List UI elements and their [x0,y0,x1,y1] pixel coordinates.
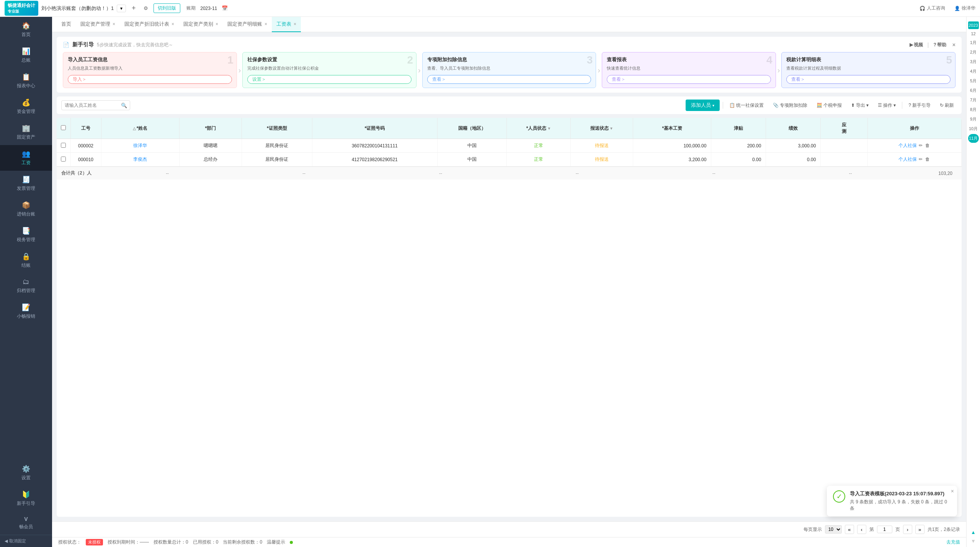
sidebar-item-funds[interactable]: 💰 资金管理 [0,94,52,119]
row1-edit-icon[interactable]: ✏ [919,143,923,148]
sidebar-item-sales[interactable]: 📦 进销台账 [0,196,52,222]
month-5-btn[interactable]: 5月 [968,77,979,85]
switch-version-btn[interactable]: 切到旧版 [154,3,180,13]
row1-checkbox[interactable] [61,143,66,148]
month-4-btn[interactable]: 4月 [968,67,979,76]
month-9-btn[interactable]: 9月 [968,115,979,124]
month-11-btn[interactable]: 11月 [968,134,979,143]
step4-btn[interactable]: 查看＞ [607,75,771,84]
tax-report-btn[interactable]: 🧮 个税申报 [813,101,845,110]
page-input[interactable] [877,526,892,533]
user-info[interactable]: 👤 徐泽华 [954,5,975,11]
tab-payroll[interactable]: 工资表 × [272,17,301,32]
calendar-icon[interactable]: 📅 [222,5,228,11]
tab-home[interactable]: 首页 [57,17,76,32]
sidebar-item-tax[interactable]: 📑 税务管理 [0,222,52,248]
step2-btn[interactable]: 设置＞ [247,75,412,84]
step5-btn[interactable]: 查看＞ [786,75,951,84]
sidebar-item-settings[interactable]: ⚙️ 设置 [0,460,52,486]
row2-name-link[interactable]: 李俊杰 [133,157,147,162]
tab-asset-detail[interactable]: 固定资产明细账 × [223,17,272,32]
sidebar-item-guide[interactable]: 🔰 新手引导 [0,486,52,511]
wizard-help-btn[interactable]: ? 帮助 [933,42,946,48]
month-10-btn[interactable]: 10月 [968,124,979,133]
cancel-fixed-btn[interactable]: ◀ 取消固定 [0,535,52,547]
last-page-btn[interactable]: » [915,525,924,534]
settings-btn[interactable]: ⚙ [141,4,150,13]
row2-edit-icon[interactable]: ✏ [919,157,923,162]
operation-btn[interactable]: ☰ 操作 ▾ [875,101,899,110]
close-tab-depreciation[interactable]: × [172,21,174,27]
sidebar-item-ledger[interactable]: 📊 总账 [0,42,52,68]
social-insurance-btn[interactable]: 📋 统一社保设置 [726,101,767,110]
month-12-btn[interactable]: 12 [968,30,979,38]
add-people-btn[interactable]: 添加人员 ▾ [686,100,720,111]
close-tab-payroll[interactable]: × [294,21,296,27]
deduction-btn[interactable]: 📎 专项附加扣除 [770,101,810,110]
search-icon[interactable]: 🔍 [121,103,127,108]
down-arrow-icon[interactable]: ▼ [971,538,976,544]
sidebar-item-close[interactable]: 🔒 结账 [0,248,52,273]
guide-btn[interactable]: ? 新手引导 [905,101,934,110]
month-8-btn[interactable]: 8月 [968,105,979,114]
wizard-video-btn[interactable]: ▶ 视频 [910,42,923,48]
next-page-btn[interactable]: › [903,525,912,534]
month-1-btn[interactable]: 1月 [968,38,979,47]
close-tab-asset-category[interactable]: × [216,21,218,27]
search-input[interactable] [61,100,130,110]
ai-consult-btn[interactable]: 🎧 人工咨询 [920,5,945,11]
tab-fixed-assets[interactable]: 固定资产管理 × [76,17,120,32]
recharge-link[interactable]: 去充值 [946,539,960,545]
wizard-close-btn[interactable]: × [952,42,956,48]
toast-content: 导入工资表模板(2023-03-23 15:07:59.897) 共 9 条数据… [850,490,951,512]
row1-name-link[interactable]: 徐泽华 [133,143,147,148]
sidebar-item-archive[interactable]: 🗂 归档管理 [0,273,52,299]
row2-checkbox[interactable] [61,157,66,162]
sidebar-item-home[interactable]: 🏠 首页 [0,17,52,42]
sidebar-item-invoice[interactable]: 🧾 发票管理 [0,171,52,196]
step1-btn[interactable]: 导入＞ [68,75,232,84]
sidebar-item-vip[interactable]: V 畅会员 [0,511,52,535]
select-all-checkbox[interactable] [61,125,66,130]
toast-close-btn[interactable]: × [951,488,954,494]
year-btn[interactable]: 2023 [968,21,979,29]
sidebar-item-expense[interactable]: 📝 小畅报销 [0,299,52,324]
operation-icon: ☰ [878,103,882,108]
row2-social-btn[interactable]: 个人社保 [898,157,917,162]
th-status[interactable]: *人员状态 ▼ [507,118,571,139]
sidebar-item-assets[interactable]: 🏢 固定资产 [0,119,52,145]
sidebar-label-tax: 税务管理 [17,237,35,243]
sidebar-label-vip: 畅会员 [19,524,33,530]
sidebar-item-reports[interactable]: 📋 报表中心 [0,68,52,94]
add-account-btn[interactable]: + [129,4,138,13]
period-value: 2023-11 [200,6,217,11]
month-7-btn[interactable]: 7月 [968,96,979,105]
month-6-btn[interactable]: 6月 [968,86,979,95]
tab-depreciation[interactable]: 固定资产折旧统计表 × [120,17,179,32]
month-2-btn[interactable]: 2月 [968,48,979,57]
row2-op: 个人社保 ✏ 🗑 [867,153,961,167]
step3-btn[interactable]: 查看＞ [427,75,591,84]
prev-page-btn[interactable]: ‹ [857,525,866,534]
archive-icon: 🗂 [23,278,29,286]
first-page-btn[interactable]: « [845,525,854,534]
up-arrow-icon[interactable]: ▲ [971,529,976,535]
close-tab-fixed-assets[interactable]: × [113,21,115,27]
row1-delete-icon[interactable]: 🗑 [925,143,930,148]
tab-asset-category[interactable]: 固定资产类别 × [179,17,223,32]
row2-delete-icon[interactable]: 🗑 [925,157,930,162]
row1-idnum: 360782200104131111 [312,139,437,153]
wizard-header: 📄 新手引导 5步快速完成设置，快去完善信息吧～ ▶ 视频 | ? 帮助 × [63,41,956,48]
row1-social-btn[interactable]: 个人社保 [898,143,917,148]
sidebar-item-payroll[interactable]: 👥 工资 [0,145,52,171]
page-size-select[interactable]: 10 20 50 [825,525,842,534]
status-filter-icon: ▼ [547,126,551,131]
refresh-btn[interactable]: ↻ 刷新 [937,101,957,110]
wizard-step-5: 5 税款计算明细表 查看税款计算过程及明细数据 查看＞ [781,52,956,88]
th-name[interactable]: △ *姓名 [101,118,179,139]
export-btn[interactable]: ⬆ 导出 ▾ [848,101,872,110]
month-3-btn[interactable]: 3月 [968,57,979,66]
account-dropdown[interactable]: ▾ [117,5,126,12]
th-send[interactable]: 报送状态 ▼ [570,118,633,139]
close-tab-asset-detail[interactable]: × [265,21,267,27]
